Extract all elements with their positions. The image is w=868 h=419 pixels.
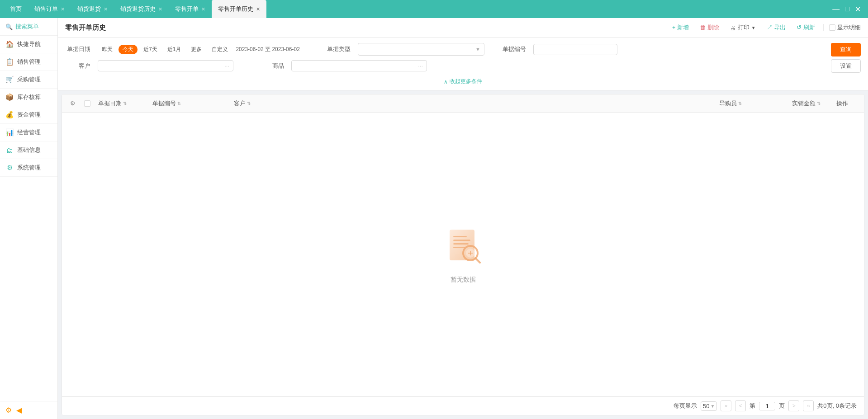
- table-area: ⚙ 单据日期 ⇅ 单据编号 ⇅ 客户 ⇅ 导购员 ⇅: [62, 94, 864, 415]
- close-tab-sales-return[interactable]: ✕: [104, 6, 108, 12]
- customer-sort-icon: ⇅: [247, 101, 251, 106]
- date-label: 单据日期: [65, 45, 90, 53]
- sidebar-item-purchase-mgmt[interactable]: 🛒 采购管理: [0, 71, 57, 89]
- inventory-icon: 📦: [5, 93, 14, 101]
- add-button[interactable]: + 新增: [669, 22, 692, 33]
- customer-input[interactable]: ···: [98, 60, 233, 71]
- export-button[interactable]: ↗ 导出: [764, 22, 789, 33]
- page-label: 页: [779, 402, 785, 410]
- svg-rect-2: [453, 240, 470, 241]
- date-btn-1month[interactable]: 近1月: [163, 44, 185, 55]
- tab-sales-order[interactable]: 销售订单 ✕: [28, 0, 71, 18]
- sidebar-item-sales-mgmt[interactable]: 📋 销售管理: [0, 53, 57, 71]
- svg-rect-4: [453, 247, 465, 248]
- date-range: 2023-06-02 至 2023-06-02: [236, 46, 299, 53]
- page-title: 零售开单历史: [65, 24, 106, 32]
- th-amount[interactable]: 实销金额 ⇅: [770, 99, 824, 108]
- page-size-label: 每页显示: [674, 402, 697, 410]
- sidebar: 🔍 搜索菜单 🏠 快捷导航 📋 销售管理 🛒 采购管理 📦 库存核算 💰 资金管…: [0, 18, 58, 419]
- filter-row-1: 单据日期 昨天 今天 近7天 近1月 更多 自定义 2023-06-02 至 2…: [65, 43, 822, 56]
- close-tab-sales-order[interactable]: ✕: [61, 6, 65, 12]
- filter-date-btns: 昨天 今天 近7天 近1月 更多 自定义 2023-06-02 至 2023-0…: [98, 44, 300, 55]
- amount-sort-icon: ⇅: [817, 101, 821, 106]
- maximize-btn[interactable]: □: [845, 5, 849, 14]
- close-tab-sales-return-history[interactable]: ✕: [158, 6, 162, 12]
- close-tab-retail-open-history[interactable]: ✕: [256, 6, 260, 12]
- print-button[interactable]: 🖨 打印 ▼: [727, 22, 759, 33]
- svg-rect-1: [453, 236, 467, 237]
- page-size-select[interactable]: 50 ▼: [701, 401, 717, 411]
- first-page-btn[interactable]: «: [721, 400, 731, 411]
- svg-rect-3: [453, 243, 469, 245]
- sidebar-item-basic-info[interactable]: 🗂 基础信息: [0, 141, 57, 159]
- goods-label: 商品: [259, 62, 284, 70]
- page-size-dropdown-icon: ▼: [710, 404, 715, 409]
- th-settings[interactable]: ⚙: [66, 100, 80, 107]
- th-customer[interactable]: 客户 ⇅: [230, 99, 716, 108]
- top-nav: 首页 销售订单 ✕ 销货退货 ✕ 销货退货历史 ✕ 零售开单 ✕ 零售开单历史 …: [0, 0, 868, 18]
- goods-dots-icon: ···: [418, 62, 423, 69]
- sidebar-item-inventory[interactable]: 📦 库存核算: [0, 89, 57, 106]
- th-guide[interactable]: 导购员 ⇅: [716, 99, 770, 108]
- checkbox-icon: [829, 24, 835, 31]
- doc-type-label: 单据类型: [325, 45, 351, 53]
- refresh-button[interactable]: ↺ 刷新: [794, 22, 818, 33]
- tab-sales-return-history[interactable]: 销货退货历史 ✕: [114, 0, 169, 18]
- collapse-row[interactable]: ∧ 收起更多条件: [65, 76, 861, 86]
- sales-icon: 📋: [5, 58, 14, 66]
- th-date[interactable]: 单据日期 ⇅: [95, 99, 149, 108]
- date-btn-more[interactable]: 更多: [187, 44, 206, 55]
- th-action: 操作: [824, 99, 860, 108]
- empty-state: 暂无数据: [62, 113, 864, 396]
- sidebar-item-system-mgmt[interactable]: ⚙ 系统管理: [0, 159, 57, 177]
- goods-input[interactable]: ···: [291, 60, 427, 71]
- print-icon: 🖨: [730, 24, 736, 31]
- total-info: 共0页, 0条记录: [817, 402, 857, 410]
- tab-sales-return[interactable]: 销货退货 ✕: [71, 0, 114, 18]
- filter-area: 单据日期 昨天 今天 近7天 近1月 更多 自定义 2023-06-02 至 2…: [58, 38, 868, 90]
- tab-retail-open-history[interactable]: 零售开单历史 ✕: [212, 0, 266, 18]
- empty-text: 暂无数据: [451, 276, 476, 284]
- date-btn-today[interactable]: 今天: [119, 45, 138, 54]
- operation-icon: 📊: [5, 128, 14, 137]
- doc-type-select[interactable]: ▼: [358, 43, 484, 56]
- th-checkbox[interactable]: [80, 100, 95, 107]
- toolbar: 零售开单历史 + 新增 🗑 删除 🖨 打印 ▼ ↗ 导出 ↺ 刷新 显示明细: [58, 18, 868, 38]
- sidebar-item-operation-mgmt[interactable]: 📊 经营管理: [0, 124, 57, 141]
- date-btn-yesterday[interactable]: 昨天: [98, 44, 117, 55]
- page-word: 第: [749, 402, 755, 410]
- pagination: 每页显示 50 ▼ « < 第 页 > » 共0页, 0条记录: [62, 396, 864, 415]
- svg-line-7: [475, 258, 480, 263]
- close-btn[interactable]: ✕: [855, 5, 861, 14]
- collapse-btn[interactable]: ◀: [16, 406, 22, 414]
- date-btn-7days[interactable]: 近7天: [139, 44, 161, 55]
- chevron-down-icon: ▼: [475, 47, 480, 52]
- doc-no-input[interactable]: [533, 44, 617, 55]
- content-area: 零售开单历史 + 新增 🗑 删除 🖨 打印 ▼ ↗ 导出 ↺ 刷新 显示明细: [58, 18, 868, 419]
- tab-retail-open[interactable]: 零售开单 ✕: [169, 0, 212, 18]
- sidebar-item-finance-mgmt[interactable]: 💰 资金管理: [0, 106, 57, 124]
- last-page-btn[interactable]: »: [803, 400, 814, 411]
- empty-illustration: [441, 225, 486, 270]
- query-button[interactable]: 查询: [831, 43, 861, 56]
- customer-dots-icon: ···: [224, 62, 229, 69]
- table-header: ⚙ 单据日期 ⇅ 单据编号 ⇅ 客户 ⇅ 导购员 ⇅: [62, 94, 864, 113]
- system-icon: ⚙: [5, 164, 14, 172]
- delete-button[interactable]: 🗑 删除: [697, 22, 722, 33]
- close-tab-retail-open[interactable]: ✕: [201, 6, 205, 12]
- show-detail-checkbox[interactable]: 显示明细: [829, 24, 861, 32]
- current-page-input[interactable]: [759, 402, 775, 410]
- date-btn-custom[interactable]: 自定义: [208, 44, 232, 55]
- settings-btn[interactable]: ⚙: [5, 406, 12, 414]
- th-no[interactable]: 单据编号 ⇅: [149, 99, 230, 108]
- finance-icon: 💰: [5, 111, 14, 119]
- setting-button[interactable]: 设置: [831, 59, 861, 73]
- next-page-btn[interactable]: >: [788, 400, 799, 411]
- tab-home[interactable]: 首页: [4, 0, 28, 18]
- purchase-icon: 🛒: [5, 75, 14, 84]
- minimize-btn[interactable]: —: [832, 5, 840, 14]
- sidebar-item-quick-nav[interactable]: 🏠 快捷导航: [0, 36, 57, 53]
- sidebar-search[interactable]: 🔍 搜索菜单: [0, 18, 57, 36]
- prev-page-btn[interactable]: <: [735, 400, 746, 411]
- header-checkbox: [84, 100, 90, 107]
